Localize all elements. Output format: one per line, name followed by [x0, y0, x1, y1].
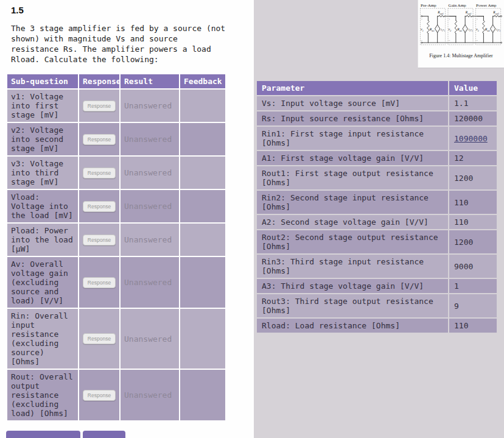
table-row: Vload: Voltage into the load [mV] Respon… — [7, 190, 225, 222]
response-button[interactable]: Response — [83, 101, 116, 111]
table-row: v3: Voltage into third stage [mV] Respon… — [7, 157, 225, 189]
sub-question-label: Vload: Voltage into the load [mV] — [7, 190, 78, 222]
param-name: A1: First stage voltage gain [V/V] — [257, 151, 448, 165]
table-row: Rout: Overall output resistance (excludi… — [7, 370, 225, 420]
sub-question-label: Av: Overall voltage gain (excluding sour… — [7, 257, 78, 308]
param-header-value: Value — [449, 81, 497, 95]
param-name: Vs: Input voltage source [mV] — [257, 96, 448, 110]
response-cell: Response — [79, 157, 119, 189]
table-row: Pload: Power into the load [μW] Response… — [7, 224, 225, 256]
action-button-secondary[interactable] — [83, 431, 125, 438]
svg-text:+: + — [421, 18, 422, 21]
param-row: A1: First stage voltage gain [V/V]12 — [257, 151, 497, 165]
param-value: 9 — [449, 294, 497, 317]
result-status: Unanswered — [124, 101, 172, 110]
response-button[interactable]: Response — [83, 277, 116, 288]
svg-text:Pre-Amp: Pre-Amp — [421, 3, 436, 8]
sub-question-label: v3: Voltage into third stage [mV] — [7, 157, 78, 189]
response-button[interactable]: Response — [83, 134, 116, 145]
param-header-parameter: Parameter — [257, 81, 448, 95]
svg-text:v2: v2 — [448, 27, 451, 32]
problem-statement: The 3 stage amplifier is fed by a source… — [11, 23, 229, 65]
param-row: Vs: Input voltage source [mV]1.1 — [257, 96, 497, 110]
response-cell: Response — [79, 90, 119, 122]
sub-question-label: v2: Voltage into second stage [mV] — [7, 123, 78, 155]
feedback-cell — [180, 123, 225, 155]
sub-question-label: v1: Voltage into first stage [mV] — [7, 90, 78, 122]
table-row: v1: Voltage into first stage [mV] Respon… — [7, 90, 225, 122]
result-status: Unanswered — [124, 135, 172, 144]
param-value-link[interactable]: 1090000 — [454, 134, 488, 143]
param-row: Rout3: Third stage output resistance [Oh… — [257, 294, 497, 317]
response-cell: Response — [79, 370, 119, 420]
parameters-table: Parameter Value Vs: Input voltage source… — [256, 80, 498, 334]
response-button[interactable]: Response — [83, 168, 116, 178]
result-cell: Unanswered — [121, 123, 179, 155]
svg-text:Gain Amp: Gain Amp — [448, 3, 466, 8]
param-name: Rout2: Second stage output resistance [O… — [257, 230, 448, 253]
svg-text:−: − — [448, 39, 450, 42]
param-name: Rin2: Second stage input resistance [Ohm… — [257, 191, 448, 214]
svg-text:−: − — [492, 30, 493, 32]
response-button[interactable]: Response — [83, 390, 116, 401]
param-row: Rout1: First stage output resistance [Oh… — [257, 166, 497, 189]
response-button[interactable]: Response — [83, 235, 116, 245]
feedback-cell — [180, 370, 225, 420]
param-value: 1090000 — [449, 127, 497, 150]
result-status: Unanswered — [124, 334, 172, 344]
svg-text:+: + — [464, 27, 466, 29]
svg-text:Rin1: Rin1 — [429, 27, 434, 32]
right-panel: Pre-Amp+−+−v1Rin1A1v1Rout1Gain Amp+−+−v2… — [254, 0, 504, 438]
feedback-cell — [180, 190, 225, 222]
result-cell: Unanswered — [121, 309, 179, 369]
param-row: Rin3: Third stage input resistance [Ohms… — [257, 255, 497, 278]
response-cell: Response — [79, 257, 119, 308]
figure-caption: Figure 1.4: Multistage Amplifier — [418, 53, 504, 58]
feedback-cell — [180, 90, 225, 122]
circuit-figure: Pre-Amp+−+−v1Rin1A1v1Rout1Gain Amp+−+−v2… — [418, 0, 504, 68]
response-cell: Response — [79, 123, 119, 155]
questions-header-row: Sub-question Response Result Feedback — [7, 74, 225, 88]
param-value: 110 — [449, 191, 497, 214]
header-sub-question: Sub-question — [7, 74, 78, 88]
svg-text:−: − — [421, 39, 422, 42]
result-cell: Unanswered — [121, 224, 179, 256]
svg-text:Power Amp: Power Amp — [476, 3, 497, 8]
result-cell: Unanswered — [121, 370, 179, 420]
svg-text:+: + — [436, 27, 438, 29]
param-row: Rin2: Second stage input resistance [Ohm… — [257, 191, 497, 214]
param-value: 1200 — [449, 166, 497, 189]
table-row: Av: Overall voltage gain (excluding sour… — [7, 257, 225, 308]
svg-text:Rout2: Rout2 — [464, 10, 471, 15]
svg-text:A3v3: A3v3 — [495, 28, 500, 32]
result-status: Unanswered — [124, 235, 172, 244]
result-status: Unanswered — [124, 278, 172, 287]
param-value: 120000 — [449, 111, 497, 125]
param-name: A3: Third stage voltage gain [V/V] — [257, 279, 448, 293]
page-title: 1.5 — [11, 5, 24, 15]
multistage-amplifier-diagram: Pre-Amp+−+−v1Rin1A1v1Rout1Gain Amp+−+−v2… — [419, 2, 503, 46]
param-name: A2: Second stage voltage gain [V/V] — [257, 215, 448, 229]
action-button-primary[interactable] — [6, 431, 80, 438]
param-row: Rout2: Second stage output resistance [O… — [257, 230, 497, 253]
param-row: Rin1: First stage input resistance [Ohms… — [257, 127, 497, 150]
param-name: Rin3: Third stage input resistance [Ohms… — [257, 255, 448, 278]
param-row: Rload: Load resistance [Ohms]110 — [257, 319, 497, 333]
sub-questions-table: Sub-question Response Result Feedback v1… — [6, 73, 226, 422]
result-status: Unanswered — [124, 168, 172, 177]
svg-text:Rin2: Rin2 — [457, 27, 462, 32]
param-value: 1.1 — [449, 96, 497, 110]
param-row: A2: Second stage voltage gain [V/V]110 — [257, 215, 497, 229]
param-name: Rin1: First stage input resistance [Ohms… — [257, 127, 448, 150]
param-value: 1 — [449, 279, 497, 293]
feedback-cell — [180, 257, 225, 308]
response-button[interactable]: Response — [83, 333, 116, 344]
response-button[interactable]: Response — [83, 201, 116, 212]
svg-text:−: − — [464, 30, 466, 32]
svg-text:A1v1: A1v1 — [439, 28, 445, 32]
svg-text:Rout1: Rout1 — [437, 10, 444, 15]
svg-text:v3: v3 — [476, 27, 479, 32]
param-name: Rout3: Third stage output resistance [Oh… — [257, 294, 448, 317]
svg-text:−: − — [436, 30, 438, 32]
sub-question-label: Pload: Power into the load [μW] — [7, 224, 78, 256]
